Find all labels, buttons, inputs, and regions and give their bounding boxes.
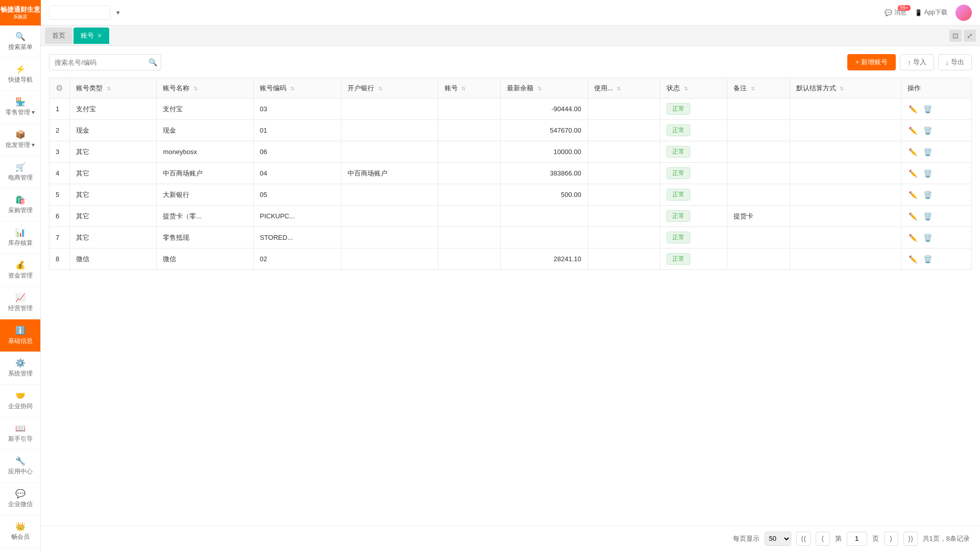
sidebar-item-purchase[interactable]: 🛍️ 采购管理 — [0, 189, 40, 221]
operations-icon: 📈 — [2, 293, 38, 303]
sidebar-item-finance[interactable]: 💰 资金管理 — [0, 254, 40, 287]
table-row: 4 其它 中百商场账户 04 中百商场账户 383866.00 正常 ✏️ 🗑️ — [50, 163, 972, 184]
delete-btn[interactable]: 🗑️ — [922, 254, 933, 264]
cell-actions: ✏️ 🗑️ — [901, 248, 971, 270]
tab-account[interactable]: 账号 ✕ — [74, 28, 109, 44]
th-bank[interactable]: 开户银行 ⇅ — [341, 78, 438, 98]
sidebar-item-search[interactable]: 🔍 搜索菜单 — [0, 26, 40, 58]
sidebar-item-beginner[interactable]: 📖 新手引导 — [0, 417, 40, 450]
th-code[interactable]: 账号编码 ⇅ — [253, 78, 341, 98]
edit-btn[interactable]: ✏️ — [908, 190, 918, 200]
cell-index: 6 — [50, 206, 70, 227]
cell-code: 01 — [253, 120, 341, 141]
column-settings-btn[interactable]: ⚙ — [56, 83, 63, 93]
cell-type: 微信 — [70, 248, 157, 270]
sidebar-item-member[interactable]: 👑 畅会员 — [0, 515, 40, 548]
sidebar-item-enterprise-wechat[interactable]: 💬 企业微信 — [0, 483, 40, 515]
th-remark[interactable]: 备注 ⇅ — [727, 78, 790, 98]
sort-name-icon: ⇅ — [193, 86, 198, 91]
table-header-row: ⚙ 账号类型 ⇅ 账号名称 ⇅ 账号编码 ⇅ 开户银行 — [50, 78, 972, 98]
sidebar-item-retail[interactable]: 🏪 零售管理 ▾ — [0, 91, 40, 123]
action-buttons: ✏️ 🗑️ — [908, 126, 965, 136]
cell-name: 微信 — [157, 248, 254, 270]
cell-type: 其它 — [70, 141, 157, 163]
brand-name: 畅捷通财生意 — [1, 6, 40, 14]
page-next-btn[interactable]: ⟩ — [884, 532, 898, 546]
tab-restore-btn[interactable]: ⊡ — [949, 30, 962, 42]
export-button[interactable]: ↓ 导出 — [938, 54, 972, 70]
delete-btn[interactable]: 🗑️ — [922, 168, 933, 179]
cell-bank — [341, 248, 438, 270]
cell-index: 5 — [50, 184, 70, 206]
main-area: ▾ 💬 消息 99+ 📱 App下载 首页 账号 ✕ ⊡ ⤢ — [41, 0, 980, 551]
user-avatar[interactable] — [955, 5, 972, 21]
sidebar-item-basic-info[interactable]: ℹ️ 基础信息 — [0, 319, 40, 352]
sidebar-item-wholesale[interactable]: 📦 批发管理 ▾ — [0, 123, 40, 156]
edit-btn[interactable]: ✏️ — [908, 211, 918, 221]
account-search-input[interactable] — [49, 54, 161, 70]
delete-btn[interactable]: 🗑️ — [922, 147, 933, 157]
edit-btn[interactable]: ✏️ — [908, 168, 918, 179]
tab-close-icon[interactable]: ✕ — [97, 32, 102, 39]
delete-btn[interactable]: 🗑️ — [922, 190, 933, 200]
cell-type: 支付宝 — [70, 98, 157, 120]
th-usage[interactable]: 使用... ⇅ — [587, 78, 660, 98]
sidebar-item-system[interactable]: ⚙️ 系统管理 — [0, 352, 40, 385]
th-status[interactable]: 状态 ⇅ — [660, 78, 727, 98]
cell-bank — [341, 206, 438, 227]
toolbar-buttons: + 新增账号 ↑ 导入 ↓ 导出 — [847, 54, 972, 70]
sidebar-item-operations[interactable]: 📈 经营管理 — [0, 287, 40, 319]
cell-balance: 383866.00 — [501, 163, 587, 184]
account-search-btn[interactable]: 🔍 — [149, 58, 157, 66]
import-button[interactable]: ↑ 导入 — [900, 54, 934, 70]
cell-type: 其它 — [70, 206, 157, 227]
sidebar-item-inventory[interactable]: 📊 库存核算 — [0, 221, 40, 254]
cell-status: 正常 — [660, 120, 727, 141]
page-prev-btn[interactable]: ⟨ — [816, 532, 830, 546]
top-search-input[interactable] — [49, 6, 110, 20]
edit-btn[interactable]: ✏️ — [908, 104, 918, 114]
message-badge[interactable]: 💬 消息 99+ — [885, 8, 906, 17]
sidebar-item-quick-nav[interactable]: ⚡ 快捷导航 — [0, 58, 40, 91]
page-input[interactable] — [847, 532, 867, 546]
retail-icon: 🏪 — [2, 97, 38, 107]
tab-expand-btn[interactable]: ⤢ — [964, 30, 976, 42]
th-default-settlement[interactable]: 默认结算方式 ⇅ — [790, 78, 901, 98]
table-row: 5 其它 大新银行 05 500.00 正常 ✏️ 🗑️ — [50, 184, 972, 206]
cell-usage — [587, 206, 660, 227]
app-download-btn[interactable]: 📱 App下载 — [915, 8, 947, 17]
delete-btn[interactable]: 🗑️ — [922, 211, 933, 221]
page-first-btn[interactable]: ⟨⟨ — [796, 532, 811, 546]
table-row: 2 现金 现金 01 547670.00 正常 ✏️ 🗑️ — [50, 120, 972, 141]
tab-home[interactable]: 首页 — [45, 28, 72, 44]
cell-balance: -90444.00 — [501, 98, 587, 120]
th-type[interactable]: 账号类型 ⇅ — [70, 78, 157, 98]
table-row: 1 支付宝 支付宝 03 -90444.00 正常 ✏️ 🗑️ — [50, 98, 972, 120]
edit-btn[interactable]: ✏️ — [908, 126, 918, 136]
wholesale-icon: 📦 — [2, 130, 38, 139]
cell-name: 零售抵现 — [157, 227, 254, 248]
action-buttons: ✏️ 🗑️ — [908, 233, 965, 243]
topbar-dropdown[interactable]: ▾ — [116, 9, 120, 16]
edit-btn[interactable]: ✏️ — [908, 233, 918, 243]
delete-btn[interactable]: 🗑️ — [922, 233, 933, 243]
delete-btn[interactable]: 🗑️ — [922, 126, 933, 136]
per-page-select[interactable]: 50 100 — [765, 532, 791, 546]
cell-default-settlement — [790, 184, 901, 206]
cell-code: 06 — [253, 141, 341, 163]
delete-btn[interactable]: 🗑️ — [922, 104, 933, 114]
export-icon: ↓ — [946, 59, 949, 66]
sidebar-item-enterprise-collab[interactable]: 🤝 企业协同 — [0, 385, 40, 417]
sidebar-item-app-center[interactable]: 🔧 应用中心 — [0, 450, 40, 483]
cell-default-settlement — [790, 98, 901, 120]
th-name[interactable]: 账号名称 ⇅ — [157, 78, 254, 98]
page-last-btn[interactable]: ⟩⟩ — [903, 532, 918, 546]
cell-index: 2 — [50, 120, 70, 141]
beginner-icon: 📖 — [2, 423, 38, 433]
sidebar-item-ecommerce[interactable]: 🛒 电商管理 — [0, 156, 40, 189]
add-account-button[interactable]: + 新增账号 — [847, 54, 896, 70]
edit-btn[interactable]: ✏️ — [908, 147, 918, 157]
th-balance[interactable]: 最新余额 ⇅ — [501, 78, 587, 98]
edit-btn[interactable]: ✏️ — [908, 254, 918, 264]
th-account[interactable]: 账号 ⇅ — [438, 78, 501, 98]
